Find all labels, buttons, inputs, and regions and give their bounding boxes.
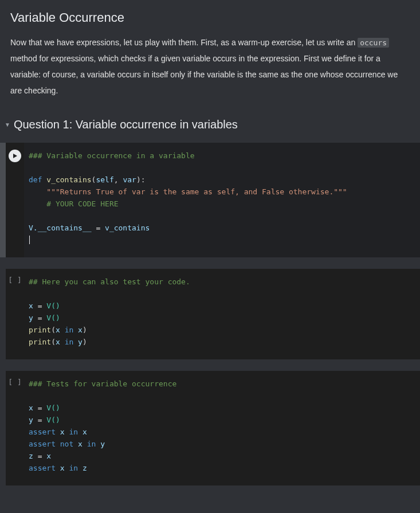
intro-paragraph: Now that we have expressions, let us pla… <box>10 34 410 99</box>
code-cell-1[interactable]: ### Variable occurrence in a variable de… <box>6 143 420 257</box>
code-var: V.__contains__ <box>29 224 92 232</box>
code-param: var <box>123 175 136 184</box>
execution-count-empty: [ ] <box>8 276 21 284</box>
inline-code-occurs: occurs <box>358 38 389 48</box>
cell-gutter: [ ] <box>6 269 24 359</box>
chevron-down-icon: ▼ <box>5 122 10 128</box>
intro-text-before: Now that we have expressions, let us pla… <box>10 38 358 47</box>
code-var: x <box>29 404 33 412</box>
code-paren: ( <box>51 326 56 334</box>
code-keyword: in <box>69 428 78 436</box>
code-editor-1[interactable]: ### Variable occurrence in a variable de… <box>24 143 420 257</box>
code-call: V() <box>46 416 60 424</box>
code-var: z <box>83 464 87 472</box>
code-function: v_contains <box>46 175 91 184</box>
code-var: x <box>60 464 65 472</box>
code-var: x <box>83 428 87 436</box>
code-param: self <box>96 175 113 184</box>
code-call: V() <box>46 301 60 310</box>
code-var: x <box>60 428 65 436</box>
code-builtin: print <box>29 338 51 346</box>
code-op: = <box>33 452 46 460</box>
code-op: = <box>33 416 46 424</box>
execution-count-empty: [ ] <box>8 378 21 386</box>
code-var: x <box>46 452 51 460</box>
run-button[interactable] <box>9 150 21 162</box>
code-var: v_contains <box>105 224 150 232</box>
code-builtin: print <box>29 326 51 334</box>
code-op: = <box>33 314 46 322</box>
text-cell: Variable Occurrence Now that we have exp… <box>0 0 420 104</box>
code-comment: ### Variable occurrence in a variable <box>29 151 195 160</box>
code-keyword: def <box>29 175 42 184</box>
text-cursor <box>29 236 30 244</box>
code-cell-3[interactable]: [ ] ### Tests for variable occurrence x … <box>6 371 420 485</box>
code-var: x <box>29 301 33 310</box>
intro-text-after: method for expressions, which checks if … <box>10 54 398 95</box>
code-docstring: """Returns True of var is the same as se… <box>46 187 347 196</box>
code-keyword: in <box>87 440 96 448</box>
code-var: y <box>29 416 33 424</box>
code-var: y <box>29 314 33 322</box>
code-var: z <box>29 452 33 460</box>
code-paren: ( <box>51 338 56 346</box>
code-keyword: not <box>60 440 73 448</box>
code-comment: ## Here you can also test your code. <box>29 277 190 286</box>
code-editor-3[interactable]: ### Tests for variable occurrence x = V(… <box>24 371 420 485</box>
code-paren: ) <box>83 326 87 334</box>
cell-gutter: [ ] <box>6 371 24 485</box>
play-icon <box>12 153 18 159</box>
code-cell-2[interactable]: [ ] ## Here you can also test your code.… <box>6 269 420 359</box>
code-comment: ### Tests for variable occurrence <box>29 379 176 388</box>
section-title: Question 1: Variable occurrence in varia… <box>14 118 238 131</box>
section-header[interactable]: ▼ Question 1: Variable occurrence in var… <box>0 104 420 143</box>
code-var: x <box>78 440 83 448</box>
code-var: y <box>78 338 83 346</box>
code-paren: ) <box>83 338 87 346</box>
code-var: x <box>56 326 60 334</box>
code-keyword: in <box>69 464 78 472</box>
code-keyword: in <box>65 338 74 346</box>
code-keyword: in <box>65 326 74 334</box>
code-call: V() <box>46 314 60 322</box>
code-keyword: assert <box>29 440 56 448</box>
code-var: x <box>78 326 83 334</box>
code-op: = <box>33 301 46 310</box>
code-call: V() <box>46 404 60 412</box>
cell-gutter <box>6 143 24 257</box>
page-title: Variable Occurrence <box>10 10 410 25</box>
code-keyword: assert <box>29 464 56 472</box>
code-op: = <box>33 404 46 412</box>
code-keyword: assert <box>29 428 56 436</box>
code-var: y <box>100 440 105 448</box>
code-op: = <box>92 224 105 232</box>
code-var: x <box>56 338 60 346</box>
code-comment: # YOUR CODE HERE <box>46 199 118 208</box>
code-editor-2[interactable]: ## Here you can also test your code. x =… <box>24 269 420 359</box>
